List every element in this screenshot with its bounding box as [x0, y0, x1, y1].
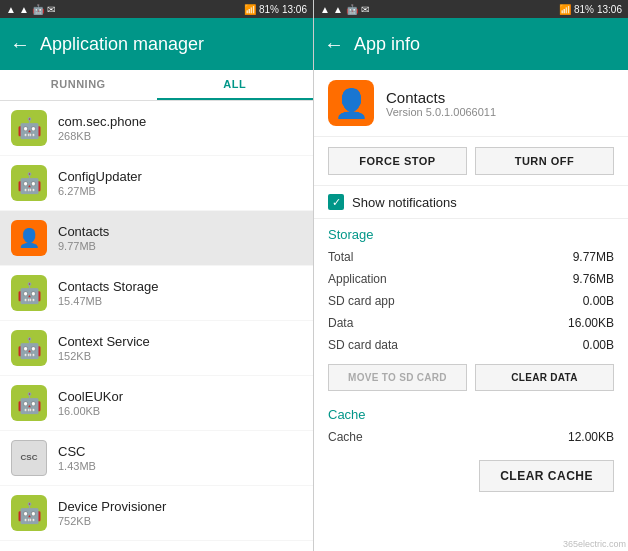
list-item[interactable]: 🤖 Device Provisioner 752KB — [0, 486, 313, 541]
list-item-contacts[interactable]: 👤 Contacts 9.77MB — [0, 211, 313, 266]
right-warning-icon-2: ▲ — [333, 4, 343, 15]
list-item[interactable]: 🤖 CoolEUKor 16.00KB — [0, 376, 313, 431]
android-robot-icon: 🤖 — [11, 165, 47, 201]
right-time-label: 13:06 — [597, 4, 622, 15]
left-status-icons: ▲ ▲ 🤖 ✉ — [6, 4, 55, 15]
app-size: 15.47MB — [58, 295, 303, 307]
app-size: 6.27MB — [58, 185, 303, 197]
app-size: 152KB — [58, 350, 303, 362]
storage-section-header: Storage — [314, 219, 628, 246]
show-notifications-checkbox[interactable]: ✓ — [328, 194, 344, 210]
app-name: CSC — [58, 444, 303, 459]
app-size: 1.43MB — [58, 460, 303, 472]
left-header-title: Application manager — [40, 34, 204, 55]
detail-app-name: Contacts — [386, 89, 496, 106]
right-header-title: App info — [354, 34, 420, 55]
left-panel: ▲ ▲ 🤖 ✉ 📶 81% 13:06 ← Application manage… — [0, 0, 314, 551]
left-header: ← Application manager — [0, 18, 313, 70]
list-item[interactable]: 🤖 com.sec.phone 268KB — [0, 101, 313, 156]
right-status-icons: ▲ ▲ 🤖 ✉ — [320, 4, 369, 15]
tab-running[interactable]: RUNNING — [0, 70, 157, 100]
android-robot-icon: 🤖 — [11, 385, 47, 421]
signal-icon: 📶 — [244, 4, 256, 15]
right-header: ← App info — [314, 18, 628, 70]
action-buttons: FORCE STOP TURN OFF — [314, 137, 628, 186]
app-icon: 🤖 — [10, 109, 48, 147]
right-signal-icon: 📶 — [559, 4, 571, 15]
left-status-right: 📶 81% 13:06 — [244, 4, 307, 15]
storage-actions: MOVE TO SD CARD CLEAR DATA — [314, 356, 628, 399]
storage-row: Data 16.00KB — [328, 312, 614, 334]
app-info: CoolEUKor 16.00KB — [58, 389, 303, 417]
right-android-icon: 🤖 — [346, 4, 358, 15]
list-item[interactable]: 🤖 Contacts Storage 15.47MB — [0, 266, 313, 321]
app-icon: 🤖 — [10, 164, 48, 202]
app-info: com.sec.phone 268KB — [58, 114, 303, 142]
app-info: Contacts Storage 15.47MB — [58, 279, 303, 307]
time-label: 13:06 — [282, 4, 307, 15]
app-detail-info: Contacts Version 5.0.1.0066011 — [386, 89, 496, 118]
app-info: CSC 1.43MB — [58, 444, 303, 472]
app-detail-section: 👤 Contacts Version 5.0.1.0066011 — [314, 70, 628, 137]
cache-actions: CLEAR CACHE — [314, 452, 628, 500]
app-name: Context Service — [58, 334, 303, 349]
app-name: Contacts Storage — [58, 279, 303, 294]
app-info: Contacts 9.77MB — [58, 224, 303, 252]
move-to-sd-button[interactable]: MOVE TO SD CARD — [328, 364, 467, 391]
app-name: com.sec.phone — [58, 114, 303, 129]
tab-all[interactable]: ALL — [157, 70, 314, 100]
app-icon: 🤖 — [10, 329, 48, 367]
watermark: 365electric.com — [561, 537, 628, 551]
app-icon: 🤖 — [10, 274, 48, 312]
app-name: Device Provisioner — [58, 499, 303, 514]
cache-label: Cache — [328, 430, 363, 444]
back-button-right[interactable]: ← — [324, 33, 344, 56]
storage-row: Application 9.76MB — [328, 268, 614, 290]
force-stop-button[interactable]: FORCE STOP — [328, 147, 467, 175]
notifications-label: Show notifications — [352, 195, 457, 210]
storage-value: 16.00KB — [568, 316, 614, 330]
right-status-bar: ▲ ▲ 🤖 ✉ 📶 81% 13:06 — [314, 0, 628, 18]
warning-icon-2: ▲ — [19, 4, 29, 15]
list-item[interactable]: 🤖 ConfigUpdater 6.27MB — [0, 156, 313, 211]
detail-app-version: Version 5.0.1.0066011 — [386, 106, 496, 118]
message-icon: ✉ — [47, 4, 55, 15]
app-icon: CSC — [10, 439, 48, 477]
android-robot-icon: 🤖 — [11, 110, 47, 146]
android-icon-status: 🤖 — [32, 4, 44, 15]
storage-value: 0.00B — [583, 338, 614, 352]
storage-label: Application — [328, 272, 387, 286]
app-icon: 👤 — [10, 219, 48, 257]
list-item[interactable]: 🤖 Context Service 152KB — [0, 321, 313, 376]
app-size: 752KB — [58, 515, 303, 527]
clear-cache-button[interactable]: CLEAR CACHE — [479, 460, 614, 492]
list-item[interactable]: CSC CSC 1.43MB — [0, 431, 313, 486]
app-name: Contacts — [58, 224, 303, 239]
storage-value: 0.00B — [583, 294, 614, 308]
storage-table: Total 9.77MB Application 9.76MB SD card … — [314, 246, 628, 356]
right-status-right: 📶 81% 13:06 — [559, 4, 622, 15]
app-icon: 🤖 — [10, 494, 48, 532]
app-size: 268KB — [58, 130, 303, 142]
clear-data-button[interactable]: CLEAR DATA — [475, 364, 614, 391]
cache-row: Cache 12.00KB — [314, 426, 628, 448]
app-info: ConfigUpdater 6.27MB — [58, 169, 303, 197]
back-button-left[interactable]: ← — [10, 33, 30, 56]
contacts-icon: 👤 — [11, 220, 47, 256]
app-name: ConfigUpdater — [58, 169, 303, 184]
app-size: 9.77MB — [58, 240, 303, 252]
right-warning-icon: ▲ — [320, 4, 330, 15]
app-info: Context Service 152KB — [58, 334, 303, 362]
storage-row: SD card data 0.00B — [328, 334, 614, 356]
notifications-row: ✓ Show notifications — [314, 186, 628, 219]
contacts-large-icon: 👤 — [328, 80, 374, 126]
app-info: Device Provisioner 752KB — [58, 499, 303, 527]
app-name: CoolEUKor — [58, 389, 303, 404]
turn-off-button[interactable]: TURN OFF — [475, 147, 614, 175]
storage-label: SD card data — [328, 338, 398, 352]
storage-label: Data — [328, 316, 353, 330]
storage-row: SD card app 0.00B — [328, 290, 614, 312]
storage-label: SD card app — [328, 294, 395, 308]
storage-row: Total 9.77MB — [328, 246, 614, 268]
left-status-bar: ▲ ▲ 🤖 ✉ 📶 81% 13:06 — [0, 0, 313, 18]
